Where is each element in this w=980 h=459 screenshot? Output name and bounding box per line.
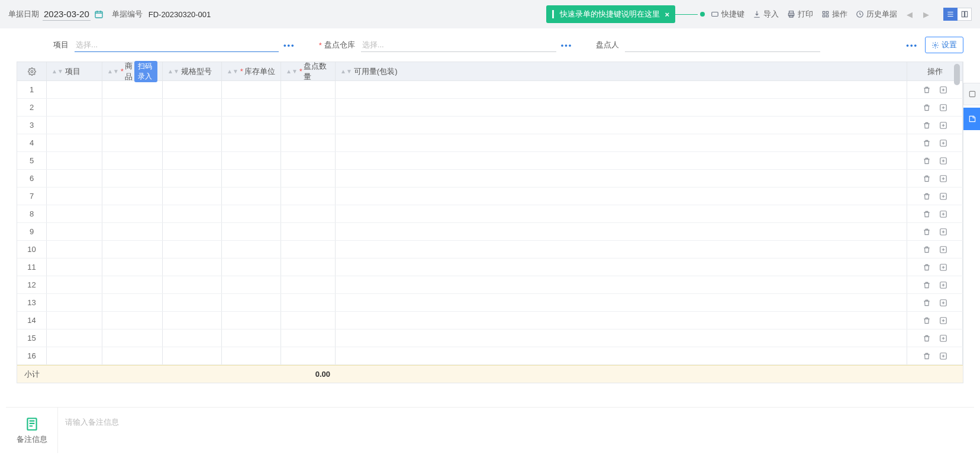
history-button[interactable]: 历史单据	[856, 9, 897, 20]
delete-row-icon[interactable]	[923, 228, 931, 236]
cell-project[interactable]	[47, 170, 102, 187]
cell-avail[interactable]	[336, 117, 907, 134]
cell-avail[interactable]	[336, 152, 907, 169]
delete-row-icon[interactable]	[923, 86, 931, 94]
cell-project[interactable]	[47, 99, 102, 116]
cell-qty[interactable]	[281, 117, 336, 134]
delete-row-icon[interactable]	[923, 263, 931, 271]
add-row-icon[interactable]	[939, 228, 947, 236]
cell-product[interactable]	[102, 117, 163, 134]
settings-button[interactable]: 设置	[925, 37, 963, 53]
delete-row-icon[interactable]	[923, 121, 931, 130]
th-spec[interactable]: ▲▼规格型号	[163, 62, 222, 80]
table-row[interactable]: 9	[17, 223, 963, 241]
cell-qty[interactable]	[281, 99, 336, 116]
cell-spec[interactable]	[163, 81, 222, 98]
cell-spec[interactable]	[163, 347, 222, 364]
cell-avail[interactable]	[336, 294, 907, 311]
cell-spec[interactable]	[163, 241, 222, 258]
cell-spec[interactable]	[163, 99, 222, 116]
cell-avail[interactable]	[336, 312, 907, 329]
cell-project[interactable]	[47, 223, 102, 240]
cell-unit[interactable]	[222, 312, 281, 329]
delete-row-icon[interactable]	[923, 245, 931, 254]
cell-unit[interactable]	[222, 170, 281, 187]
date-value[interactable]: 2023-03-20	[43, 8, 91, 21]
add-row-icon[interactable]	[939, 281, 947, 289]
th-qty[interactable]: ▲▼*盘点数量	[281, 62, 336, 80]
add-row-icon[interactable]	[939, 299, 947, 307]
cell-avail[interactable]	[336, 347, 907, 364]
table-row[interactable]: 15	[17, 329, 963, 347]
cell-unit[interactable]	[222, 276, 281, 293]
cell-project[interactable]	[47, 134, 102, 151]
project-input[interactable]	[75, 38, 279, 52]
cell-product[interactable]	[102, 188, 163, 205]
cell-product[interactable]	[102, 294, 163, 311]
delete-row-icon[interactable]	[923, 139, 931, 147]
table-row[interactable]: 12	[17, 276, 963, 294]
th-project[interactable]: ▲▼项目	[47, 62, 102, 80]
cell-unit[interactable]	[222, 188, 281, 205]
cell-spec[interactable]	[163, 205, 222, 222]
view-list-icon[interactable]	[943, 8, 958, 21]
add-row-icon[interactable]	[939, 157, 947, 165]
cell-qty[interactable]	[281, 329, 336, 347]
cell-qty[interactable]	[281, 152, 336, 169]
cell-product[interactable]	[102, 223, 163, 240]
remark-input[interactable]	[58, 408, 974, 453]
cell-spec[interactable]	[163, 276, 222, 293]
cell-unit[interactable]	[222, 294, 281, 311]
cell-unit[interactable]	[222, 329, 281, 347]
delete-row-icon[interactable]	[923, 334, 931, 342]
cell-unit[interactable]	[222, 99, 281, 116]
cell-product[interactable]	[102, 312, 163, 329]
person-input[interactable]	[625, 38, 820, 52]
add-row-icon[interactable]	[939, 121, 947, 130]
add-row-icon[interactable]	[939, 352, 947, 360]
cell-product[interactable]	[102, 99, 163, 116]
cell-unit[interactable]	[222, 81, 281, 98]
cell-avail[interactable]	[336, 329, 907, 347]
cell-spec[interactable]	[163, 134, 222, 151]
cell-qty[interactable]	[281, 294, 336, 311]
table-row[interactable]: 5	[17, 152, 963, 170]
cell-product[interactable]	[102, 170, 163, 187]
cell-product[interactable]	[102, 81, 163, 98]
cell-qty[interactable]	[281, 258, 336, 276]
cell-product[interactable]	[102, 241, 163, 258]
column-config-icon[interactable]	[17, 62, 47, 80]
table-row[interactable]: 8	[17, 205, 963, 223]
vertical-scrollbar[interactable]	[953, 63, 960, 377]
cell-unit[interactable]	[222, 134, 281, 151]
cell-avail[interactable]	[336, 170, 907, 187]
add-row-icon[interactable]	[939, 139, 947, 147]
add-row-icon[interactable]	[939, 263, 947, 271]
delete-row-icon[interactable]	[923, 299, 931, 307]
cell-avail[interactable]	[336, 134, 907, 151]
table-row[interactable]: 10	[17, 241, 963, 258]
cell-project[interactable]	[47, 241, 102, 258]
cell-project[interactable]	[47, 294, 102, 311]
add-row-icon[interactable]	[939, 316, 947, 325]
prev-doc-icon[interactable]: ◀	[905, 10, 914, 19]
add-row-icon[interactable]	[939, 86, 947, 94]
add-row-icon[interactable]	[939, 334, 947, 342]
cell-product[interactable]	[102, 347, 163, 364]
ops-button[interactable]: 操作	[821, 9, 847, 20]
table-row[interactable]: 14	[17, 312, 963, 329]
cell-product[interactable]	[102, 276, 163, 293]
add-row-icon[interactable]	[939, 174, 947, 183]
cell-product[interactable]	[102, 258, 163, 276]
cell-qty[interactable]	[281, 81, 336, 98]
delete-row-icon[interactable]	[923, 157, 931, 165]
cell-spec[interactable]	[163, 294, 222, 311]
table-row[interactable]: 1	[17, 81, 963, 99]
cell-project[interactable]	[47, 329, 102, 347]
cell-project[interactable]	[47, 205, 102, 222]
next-doc-icon[interactable]: ▶	[922, 10, 930, 19]
cell-unit[interactable]	[222, 347, 281, 364]
scan-badge[interactable]: 扫码录入	[134, 61, 157, 82]
add-row-icon[interactable]	[939, 210, 947, 218]
cell-spec[interactable]	[163, 117, 222, 134]
